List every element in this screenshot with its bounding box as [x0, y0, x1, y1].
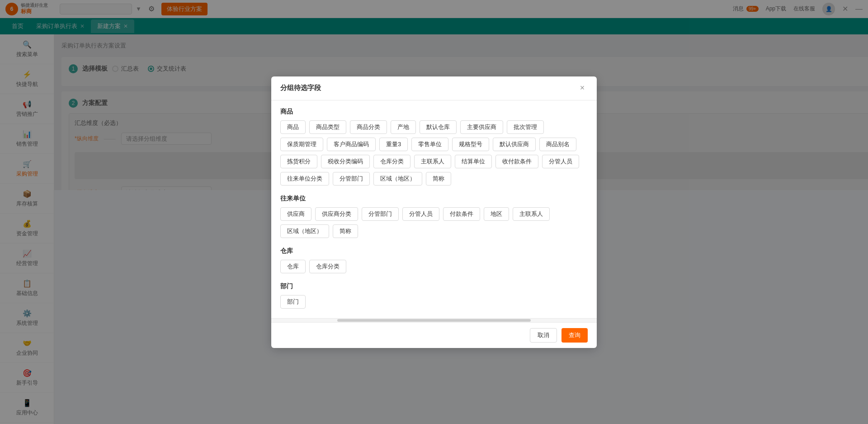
section-product: 商品 商品 商品类型 商品分类 产地 默认仓库 主要供应商 批次管理 保质期管理…	[280, 108, 588, 186]
tag-product-4[interactable]: 默认仓库	[420, 120, 457, 134]
tag-product-15[interactable]: 税收分类编码	[321, 155, 370, 168]
tag-product-12[interactable]: 默认供应商	[493, 138, 536, 151]
tag-product-13[interactable]: 商品别名	[539, 138, 576, 151]
modal-header: 分组待选字段 ×	[271, 76, 597, 100]
modal-title: 分组待选字段	[280, 84, 321, 92]
tag-product-11[interactable]: 规格型号	[452, 138, 489, 151]
tag-product-3[interactable]: 产地	[391, 120, 416, 134]
tag-product-5[interactable]: 主要供应商	[460, 120, 503, 134]
tag-product-16[interactable]: 仓库分类	[373, 155, 410, 168]
modal-overlay: 分组待选字段 × 商品 商品 商品类型 商品分类 产地 默认仓库 主要供应商 批…	[0, 0, 868, 190]
tag-product-18[interactable]: 结算单位	[455, 155, 492, 168]
tag-product-24[interactable]: 简称	[426, 172, 451, 186]
tag-product-0[interactable]: 商品	[280, 120, 306, 134]
modal-body: 商品 商品 商品类型 商品分类 产地 默认仓库 主要供应商 批次管理 保质期管理…	[271, 100, 597, 191]
tag-product-23[interactable]: 区域（地区）	[373, 172, 422, 186]
tag-product-7[interactable]: 保质期管理	[280, 138, 323, 151]
field-select-modal: 分组待选字段 × 商品 商品 商品类型 商品分类 产地 默认仓库 主要供应商 批…	[271, 76, 597, 191]
tag-product-22[interactable]: 分管部门	[333, 172, 370, 186]
tag-product-6[interactable]: 批次管理	[507, 120, 544, 134]
tag-product-21[interactable]: 往来单位分类	[280, 172, 329, 186]
tag-product-2[interactable]: 商品分类	[350, 120, 387, 134]
tag-product-20[interactable]: 分管人员	[542, 155, 579, 168]
modal-close-button[interactable]: ×	[577, 83, 588, 94]
tag-product-8[interactable]: 客户商品编码	[327, 138, 376, 151]
tag-product-1[interactable]: 商品类型	[309, 120, 346, 134]
tag-product-9[interactable]: 重量3	[379, 138, 408, 151]
tag-product-14[interactable]: 拣货积分	[280, 155, 317, 168]
tag-product-10[interactable]: 零售单位	[411, 138, 448, 151]
tag-product-17[interactable]: 主联系人	[414, 155, 451, 168]
section-product-tags: 商品 商品类型 商品分类 产地 默认仓库 主要供应商 批次管理 保质期管理 客户…	[280, 120, 588, 186]
tag-product-19[interactable]: 收付款条件	[495, 155, 538, 168]
section-product-title: 商品	[280, 108, 588, 116]
